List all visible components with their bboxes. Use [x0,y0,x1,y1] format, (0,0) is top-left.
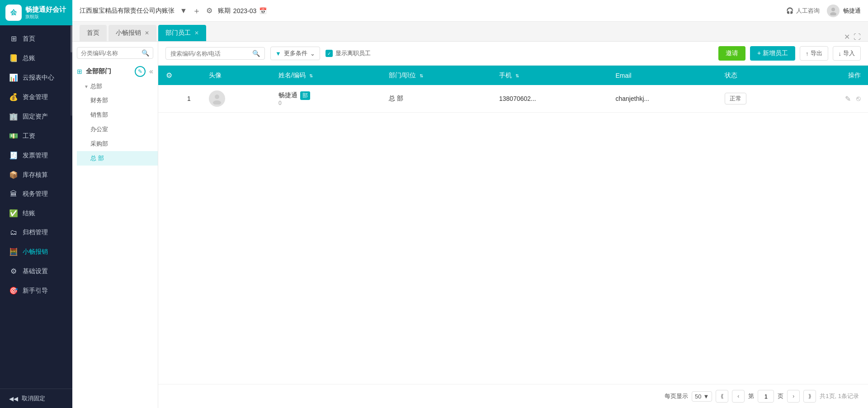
tab-dept-close[interactable]: ✕ [194,30,199,36]
dept-item-office[interactable]: 办公室 [77,122,158,137]
sidebar-item-archive[interactable]: 🗂 归档管理 [0,223,72,242]
logo-text-block: 畅捷通好会计 旗舰版 [25,5,66,20]
avatar [827,5,840,17]
edit-employee-icon[interactable]: ✎ [845,95,851,103]
dept-collapse-icon[interactable]: « [149,67,153,76]
sidebar-item-label-funds: 资金管理 [23,93,48,101]
page-next-button[interactable]: › [787,390,800,403]
sidebar-item-inventory[interactable]: 📦 库存核算 [0,165,72,185]
sidebar-scrollbar[interactable] [71,25,72,116]
sidebar-item-closing[interactable]: ✅ 结账 [0,204,72,223]
sidebar-item-funds[interactable]: 💰 资金管理 [0,87,72,107]
service-button[interactable]: 🎧 人工咨询 [786,7,820,15]
sidebar-item-label-salary: 工资 [23,132,35,140]
sidebar-item-label-expense: 小畅报销 [23,248,48,256]
show-former-checkbox[interactable]: ✓ [326,50,333,57]
total-info: 共1页, 1条记录 [820,392,859,400]
user-menu[interactable]: 畅捷通 [827,5,861,17]
sidebar-item-settings[interactable]: ⚙ 基础设置 [0,261,72,281]
sidebar-item-label-settings: 基础设置 [23,267,48,275]
tab-expense-label: 小畅报销 [116,29,141,37]
dept-item-purchase[interactable]: 采购部 [77,137,158,151]
table-settings-icon[interactable]: ⚙ [166,71,172,80]
td-status: 正常 [717,85,799,113]
th-dept[interactable]: 部门/职位 ⇅ [382,66,492,85]
add-company-button[interactable]: ＋ [193,5,201,16]
sidebar-item-label-inventory: 库存核算 [23,171,48,179]
dept-item-hq[interactable]: 总 部 [77,151,158,166]
dept-search-input[interactable] [81,50,139,57]
company-setting-icon[interactable]: ⚙ [206,6,212,15]
sidebar-item-assets[interactable]: 🏢 固定资产 [0,107,72,126]
tab-close-all-icon[interactable]: ✕ [844,33,850,41]
per-page-label: 每页显示 [665,392,688,400]
company-dropdown-icon[interactable]: ▼ [180,7,187,15]
sidebar-item-tax[interactable]: 🏛 税务管理 [0,185,72,204]
page-word: 第 [748,392,754,400]
export-label: 导出 [811,49,822,57]
import-button[interactable]: ↓ 导入 [833,46,861,61]
employee-table: ⚙ 头像 姓名/编码 ⇅ 部门/职位 ⇅ [158,66,868,384]
logout-employee-icon[interactable]: ⎋ [856,95,861,103]
dept-panel: 🔍 ⊞ 全部部门 ✎ « ▼ 总部 财务部 销售部 办公室 采购部 总 部 [72,42,158,408]
td-phone: 138070602... [492,85,609,113]
all-dept-header[interactable]: ⊞ 全部部门 ✎ « [72,63,158,80]
export-button[interactable]: ↑ 导出 [800,46,828,61]
filter-icon: ▼ [275,50,281,57]
th-phone[interactable]: 手机 ⇅ [492,66,609,85]
page-last-button[interactable]: ⟫ [803,390,816,403]
th-email: Email [609,66,718,85]
sidebar-unpin-button[interactable]: ◀◀ 取消固定 [0,389,72,408]
export-icon: ↑ [806,50,809,57]
emp-search-icon: 🔍 [252,50,260,57]
calendar-icon[interactable]: 📅 [259,7,267,14]
dept-arrow-icon: ▼ [84,84,89,89]
show-former-toggle[interactable]: ✓ 显示离职员工 [326,49,371,57]
tab-expense[interactable]: 小畅报销 ✕ [108,25,156,41]
period-label: 账期 [218,7,231,15]
sidebar-item-expense[interactable]: 🧮 小畅报销 [0,242,72,261]
th-index [180,66,202,85]
logo-sub: 旗舰版 [25,14,66,20]
sidebar-item-label-tax: 税务管理 [23,190,48,198]
sidebar-item-invoice[interactable]: 🧾 发票管理 [0,146,72,165]
show-former-label: 显示离职员工 [335,49,371,57]
dept-edit-btn[interactable]: ✎ [135,66,146,77]
guide-icon: 🎯 [9,286,18,295]
filter-button[interactable]: ▼ 更多条件 ⌄ [270,47,320,60]
sidebar-nav: ⊞ 首页 📒 总账 📊 云报表中心 💰 资金管理 🏢 固定资产 💵 工资 🧾 发… [0,25,72,389]
th-name[interactable]: 姓名/编码 ⇅ [271,66,382,85]
sidebar-item-home[interactable]: ⊞ 首页 [0,29,72,48]
employee-code: 0 [278,100,374,106]
status-badge: 正常 [725,93,746,104]
th-phone-label: 手机 [499,71,512,79]
period-display: 账期 2023-03 📅 [218,7,267,15]
tab-expand-icon[interactable]: ⛶ [854,33,861,41]
sidebar-item-reports[interactable]: 📊 云报表中心 [0,68,72,87]
per-page-select[interactable]: 50 ▼ [692,391,712,402]
sidebar-item-label-closing: 结账 [23,209,35,218]
page-first-button[interactable]: ⟪ [716,390,728,403]
dept-item-finance[interactable]: 财务部 [77,93,158,108]
sidebar-item-salary[interactable]: 💵 工资 [0,126,72,146]
settings-nav-icon: ⚙ [9,267,18,275]
sidebar-item-guide[interactable]: 🎯 新手引导 [0,281,72,300]
page-number-input[interactable] [758,390,774,403]
dept-item-sales[interactable]: 销售部 [77,108,158,122]
invite-button[interactable]: 邀请 [718,46,745,61]
tab-expense-close[interactable]: ✕ [145,30,149,36]
page-prev-button[interactable]: ‹ [732,390,745,403]
dept-group-zongbu[interactable]: ▼ 总部 [77,80,158,93]
emp-search-input[interactable] [170,50,250,57]
per-page-value: 50 [695,393,701,400]
employee-dept-badge: 部 [300,91,310,100]
sidebar-item-ledger[interactable]: 📒 总账 [0,48,72,68]
archive-icon: 🗂 [9,228,18,237]
emp-search-box[interactable]: 🔍 [165,47,265,60]
logo-text: 畅捷通好会计 [25,5,66,14]
employees-panel: 🔍 ▼ 更多条件 ⌄ ✓ 显示离职员工 邀请 + 新增员工 ↑ 导出 [158,42,868,408]
add-employee-button[interactable]: + 新增员工 [750,46,795,61]
tab-dept-employee[interactable]: 部门员工 ✕ [158,25,206,41]
dept-search-box[interactable]: 🔍 [77,47,153,59]
tab-home[interactable]: 首页 [80,25,107,41]
